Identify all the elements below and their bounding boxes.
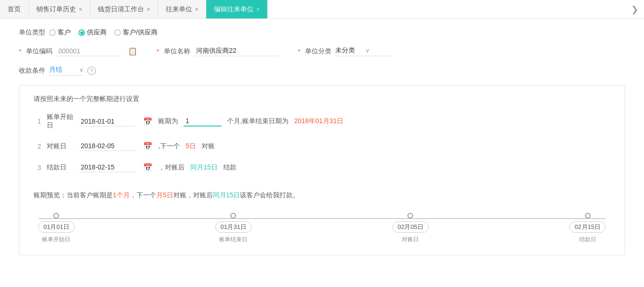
radio-supplier[interactable]: 供应商	[78, 28, 107, 37]
tab-sales-history-label: 销售订单历史	[36, 5, 76, 14]
payment-help-icon[interactable]: ?	[87, 67, 96, 75]
tab-home[interactable]: 首页	[0, 0, 29, 18]
timeline-node-2: 01月31日 账单结束日	[215, 213, 252, 244]
unit-name-required: *	[156, 48, 159, 55]
preview-text: 账期预览：当前客户账期是1个月，下一个月5日对账，对账后同月15日该客户会给我打…	[34, 191, 610, 200]
payment-terms-select[interactable]: 月结 ∨	[49, 66, 84, 76]
unit-name-group: * 单位名称	[156, 46, 279, 56]
timeline-dot-4	[585, 213, 591, 219]
reconcile-prefix: ,下一个	[158, 142, 180, 151]
radio-customer-supplier[interactable]: 客户/供应商	[114, 28, 158, 37]
timeline-badge-2: 01月31日	[215, 221, 252, 233]
radio-customer-circle	[49, 29, 56, 36]
radio-customer-label: 客户	[58, 28, 71, 37]
unit-name-label: 单位名称	[164, 47, 190, 56]
step-3-label: 结款日	[47, 163, 73, 172]
radio-customer-supplier-circle	[114, 29, 121, 36]
timeline-dot-2	[230, 213, 236, 219]
unit-type-row: 单位类型 客户 供应商 客户/供应商	[19, 28, 625, 37]
payment-date-cal-icon[interactable]: 📅	[143, 163, 153, 172]
start-date-input[interactable]	[79, 117, 136, 127]
unit-code-required: *	[19, 48, 21, 55]
timeline-node-1: 01月01日 账单开始日	[38, 213, 75, 244]
tab-sales-history-close[interactable]: ×	[79, 6, 82, 13]
tab-edit-partner[interactable]: 编辑往来单位 ×	[206, 0, 268, 18]
unit-category-select[interactable]: 未分类 ∨	[335, 46, 392, 56]
tab-sales-history[interactable]: 销售订单历史 ×	[29, 0, 90, 18]
step-1-num: 1	[34, 118, 41, 125]
unit-category-value: 未分类	[335, 46, 364, 55]
reconcile-suffix: 对账	[202, 142, 215, 151]
period-prefix: 账期为	[158, 117, 178, 126]
tab-bar: 首页 销售订单历史 × 钱货日清工作台 × 往来单位 × 编辑往来单位 × ❯	[0, 0, 644, 19]
end-date-highlight: 2018年01月31日	[294, 117, 343, 126]
preview-payment-day: 同月15日	[213, 191, 240, 199]
setting-row-3: 3 结款日 📅 ，对账后 同月15日 结款	[34, 162, 610, 172]
radio-supplier-circle	[78, 29, 85, 36]
timeline-nodes: 01月01日 账单开始日 01月31日 账单结束日 02月05日 对账日	[38, 213, 606, 244]
timeline-badge-4: 02月15日	[569, 221, 606, 233]
setting-row-1: 1 账单开始日 📅 账期为 个月,账单结束日期为 2018年01月31日	[34, 113, 610, 130]
tab-partner-unit-label: 往来单位	[166, 5, 192, 14]
main-content: 单位类型 客户 供应商 客户/供应商 * 单位编码	[0, 19, 644, 287]
unit-type-label: 单位类型	[19, 28, 45, 37]
timeline-sublabel-3: 对账日	[402, 236, 419, 244]
preview-reconcile-day: 月5日	[156, 191, 173, 199]
unit-category-group: * 单位分类 未分类 ∨	[298, 46, 392, 56]
timeline-sublabel-4: 结款日	[579, 236, 596, 244]
tab-home-label: 首页	[8, 5, 21, 14]
unit-info-row: * 单位编码 📋 * 单位名称 * 单位分类 未分类 ∨	[19, 46, 625, 56]
preview-reconcile-suffix: 对账，对账后	[173, 191, 213, 199]
setting-row-2: 2 对账日 📅 ,下一个 5日 对账	[34, 141, 610, 151]
step-2-num: 2	[34, 143, 41, 150]
unit-name-input[interactable]	[194, 46, 279, 56]
unit-code-input[interactable]	[56, 46, 122, 56]
unit-code-icon[interactable]: 📋	[128, 47, 137, 56]
unit-category-required: *	[298, 48, 300, 55]
tab-edit-partner-label: 编辑往来单位	[214, 5, 254, 14]
payment-date-input[interactable]	[79, 162, 136, 172]
unit-code-label: 单位编码	[26, 47, 52, 56]
radio-supplier-label: 供应商	[87, 28, 107, 37]
tab-cash-work-label: 钱货日清工作台	[98, 5, 144, 14]
preview-reconcile-prefix: 下一个	[136, 191, 156, 199]
timeline-node-3: 02月05日 对账日	[392, 213, 429, 244]
timeline-badge-3: 02月05日	[392, 221, 429, 233]
tab-cash-work[interactable]: 钱货日清工作台 ×	[90, 0, 158, 18]
unit-type-group: 单位类型 客户 供应商 客户/供应商	[19, 28, 158, 37]
timeline-sublabel-1: 账单开始日	[42, 236, 70, 244]
reconcile-date-cal-icon[interactable]: 📅	[143, 142, 153, 151]
reconcile-date-input[interactable]	[79, 141, 136, 151]
timeline-dot-3	[407, 213, 413, 219]
radio-group-unit-type: 客户 供应商 客户/供应商	[49, 28, 158, 37]
reconcile-day-highlight: 5日	[186, 142, 196, 151]
preview-section: 账期预览：当前客户账期是1个月，下一个月5日对账，对账后同月15日该客户会给我打…	[34, 184, 610, 244]
preview-months: 1个月，	[113, 191, 136, 199]
unit-category-arrow: ∨	[365, 47, 370, 54]
step-3-num: 3	[34, 164, 41, 171]
radio-customer[interactable]: 客户	[49, 28, 71, 37]
period-input[interactable]	[184, 116, 221, 127]
tab-edit-partner-close[interactable]: ×	[256, 6, 260, 13]
tab-expand-button[interactable]: ❯	[626, 4, 644, 15]
payment-prefix: ，对账后	[158, 163, 185, 172]
payment-terms-value: 月结	[49, 66, 77, 74]
tab-partner-unit-close[interactable]: ×	[195, 6, 198, 13]
tab-cash-work-close[interactable]: ×	[147, 6, 150, 13]
settings-card: 请按照未来的一个完整帐期进行设置 1 账单开始日 📅 账期为 个月,账单结束日期…	[19, 85, 625, 255]
payment-day-highlight: 同月15日	[190, 163, 218, 172]
timeline-dot-1	[53, 213, 59, 219]
timeline-container: 01月01日 账单开始日 01月31日 账单结束日 02月05日 对账日	[34, 213, 610, 244]
unit-category-label: 单位分类	[305, 47, 331, 56]
start-date-cal-icon[interactable]: 📅	[143, 117, 153, 126]
timeline-node-4: 02月15日 结款日	[569, 213, 606, 244]
tab-partner-unit[interactable]: 往来单位 ×	[158, 0, 206, 18]
preview-prefix: 账期预览：当前客户账期是	[34, 191, 113, 199]
payment-terms-row: 收款条件 月结 ∨ ?	[19, 66, 625, 76]
period-suffix-pre: 个月,账单结束日期为	[227, 117, 288, 126]
payment-terms-arrow: ∨	[79, 67, 84, 73]
card-title: 请按照未来的一个完整帐期进行设置	[34, 95, 610, 103]
timeline-badge-1: 01月01日	[38, 221, 75, 233]
preview-suffix: 该客户会给我打款。	[240, 191, 299, 199]
step-1-label: 账单开始日	[47, 113, 73, 130]
